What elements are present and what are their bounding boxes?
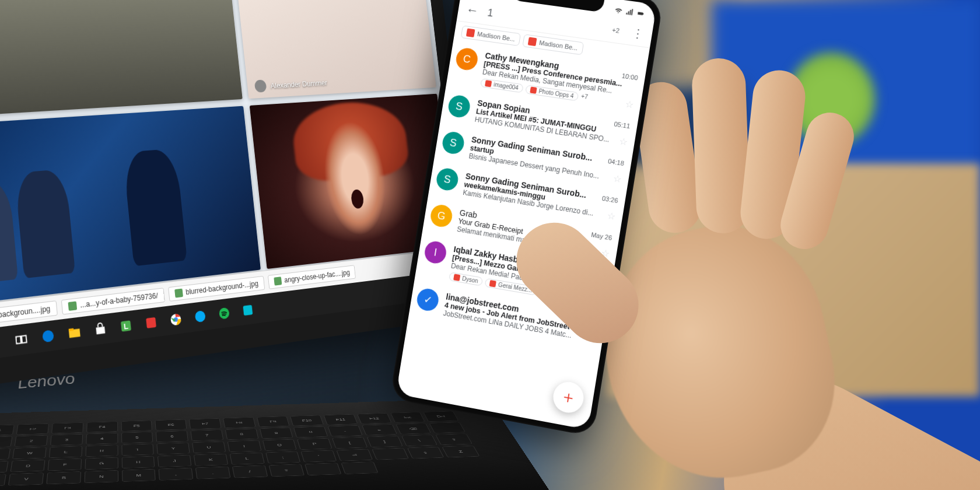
keyboard-key: 1 (0, 436, 13, 448)
image-icon (528, 37, 537, 47)
keyboard-key: F11 (324, 414, 358, 425)
attachment-name: Gerai Mezz... (498, 281, 533, 293)
file-icon (174, 288, 183, 298)
keyboard-key: ' (301, 450, 337, 463)
image-icon (489, 280, 496, 288)
keyboard-key: M (122, 469, 156, 482)
keyboard-key: O (262, 439, 297, 451)
gallery-tile[interactable]: ⊕ ♡ Alexander Dummer (235, 0, 436, 99)
keyboard-key: F12 (357, 413, 391, 424)
image-icon (530, 86, 537, 93)
app-icon[interactable] (188, 303, 212, 330)
keyboard-key: P (297, 438, 332, 450)
keyboard-key: ⇪ (435, 433, 473, 445)
avatar[interactable]: ✓ (415, 287, 440, 313)
keyboard-key: [ (332, 437, 368, 449)
compose-fab[interactable]: ＋ (551, 380, 586, 415)
avatar[interactable]: C (454, 47, 479, 71)
keyboard-key: C (0, 474, 6, 487)
image-icon (453, 274, 460, 281)
svg-rect-11 (96, 327, 105, 334)
keyboard-key: R (85, 445, 118, 457)
keyboard-key (429, 422, 466, 433)
star-icon[interactable]: ☆ (618, 135, 628, 148)
keyboard-key: 7 (191, 430, 224, 441)
download-filename: angry-close-up-fac....jpg (284, 268, 351, 284)
download-filename: blurred-background-...jpg (186, 279, 259, 296)
gallery-tile[interactable] (0, 0, 243, 118)
attachment-more: +5 (539, 288, 547, 298)
svg-rect-14 (146, 317, 156, 328)
attachment-name: Photo Opps 4 (538, 88, 574, 100)
keyboard-key: L (230, 453, 265, 465)
avatar[interactable]: S (447, 94, 471, 119)
avatar[interactable]: S (435, 167, 460, 192)
keyboard-key (341, 461, 378, 474)
svg-rect-19 (243, 305, 253, 316)
keyboard-key: F1 (0, 425, 15, 436)
explorer-icon[interactable] (61, 319, 88, 347)
menu-icon[interactable]: ⋮ (631, 26, 645, 41)
keyboard-key: ] (366, 436, 402, 447)
task-view-icon[interactable] (8, 326, 34, 354)
star-icon[interactable]: ☆ (593, 295, 603, 307)
download-filename: blurred-backgroun....jpg (0, 304, 51, 322)
keyboard-key: E (49, 446, 82, 458)
keyboard-key: 8 (225, 429, 258, 440)
store-icon[interactable] (88, 316, 113, 343)
back-icon[interactable]: ← (465, 2, 480, 19)
star-icon[interactable]: ☆ (586, 332, 596, 345)
keyboard-key (372, 448, 408, 460)
attachment-name: Dyson (461, 275, 478, 284)
app-icon[interactable] (138, 309, 163, 336)
keyboard-key: F6 (155, 419, 187, 430)
overflow-count: +2 (611, 26, 620, 34)
app-icon[interactable] (236, 297, 260, 323)
keyboard-key: - (328, 425, 363, 436)
keyboard-key: F5 (121, 421, 152, 432)
keyboard-key: . (195, 467, 230, 480)
keyboard-key: F10 (290, 415, 324, 426)
keyboard-key: Y (157, 443, 190, 454)
spotify-icon[interactable] (212, 300, 236, 327)
signal-icon (625, 8, 634, 17)
attachment-more: +7 (580, 93, 589, 103)
chip-label: Madison Be... (477, 30, 516, 43)
keyboard-key: F8 (223, 417, 256, 428)
edge-icon[interactable] (35, 322, 61, 350)
svg-point-8 (42, 330, 54, 342)
star-icon[interactable]: ☆ (600, 247, 610, 260)
star-icon[interactable]: ☆ (607, 210, 617, 222)
keyboard-key: I (228, 440, 262, 452)
app-icon[interactable]: L (113, 313, 139, 340)
avatar[interactable]: G (429, 204, 454, 229)
laptop-screen: ⊕ ♡ Alexander Dummer (0, 0, 466, 365)
svg-point-18 (219, 307, 230, 320)
keyboard-key: 3 (50, 434, 83, 446)
keyboard-key (304, 463, 341, 475)
star-icon[interactable]: ☆ (624, 98, 634, 110)
avatar[interactable]: S (441, 131, 466, 156)
keyboard-key: 2 (15, 435, 48, 447)
avatar[interactable]: I (423, 240, 447, 265)
keyboard-key: Z (442, 446, 480, 457)
photo-credit[interactable]: Alexander Dummer (254, 76, 328, 93)
file-icon (68, 301, 77, 311)
download-filename: ...a...y-of-a-baby-759736/ (80, 291, 159, 309)
keyboard-key: 4 (86, 433, 118, 444)
keyboard-key: G (85, 457, 118, 470)
keyboard-key: ⇧ (268, 464, 304, 477)
keyboard-key: D (10, 460, 46, 472)
credit-name: Alexander Dummer (270, 78, 328, 90)
email-list[interactable]: CCathy Mewengkang10:00[PRESS ...] Press … (408, 40, 646, 351)
keyboard-key: N (84, 470, 118, 483)
keyboard-key: F7 (189, 418, 221, 429)
keyboard-key: U (192, 442, 226, 453)
avatar (254, 80, 267, 93)
chrome-icon[interactable] (163, 306, 188, 333)
star-icon[interactable]: ☆ (612, 173, 622, 185)
file-icon (274, 276, 282, 285)
keyboard-key: F (48, 459, 82, 471)
keyboard-key: Del (424, 411, 459, 422)
search-icon[interactable] (0, 329, 8, 358)
